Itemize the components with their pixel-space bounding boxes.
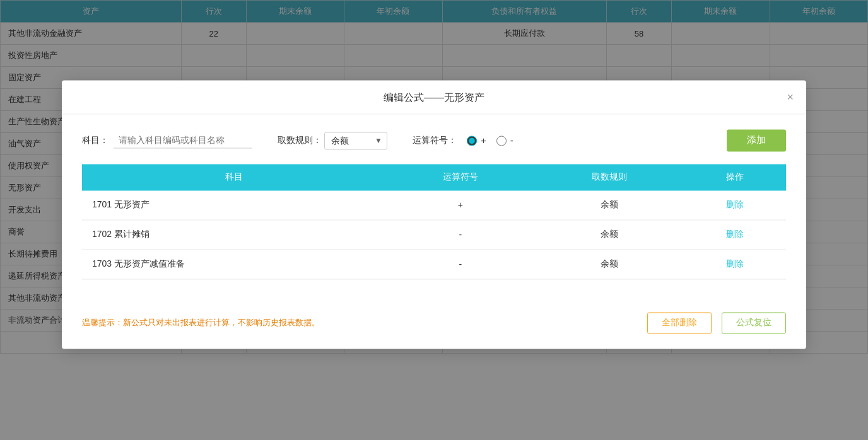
modal-body: 科目： 取数规则： 余额 借方 贷方 借方累计 贷方累计 ▼ 运算符号	[62, 114, 806, 304]
operator-label: 运算符号：	[413, 135, 457, 146]
add-button[interactable]: 添加	[727, 129, 786, 151]
rule-select[interactable]: 余额 借方 贷方 借方累计 贷方累计	[324, 132, 387, 149]
formula-row: 1701 无形资产+余额删除	[82, 190, 786, 220]
col-rule: 取数规则	[535, 164, 684, 190]
edit-formula-modal: 编辑公式——无形资产 × 科目： 取数规则： 余额 借方 贷方 借方累计 贷方累…	[62, 80, 806, 349]
rule-group: 取数规则： 余额 借方 贷方 借方累计 贷方累计 ▼	[278, 132, 387, 149]
formula-table: 科目 运算符号 取数规则 操作 1701 无形资产+余额删除1702 累计摊销-…	[82, 164, 786, 279]
operator-plus-label: +	[481, 135, 486, 146]
rule-select-wrapper: 余额 借方 贷方 借方累计 贷方累计 ▼	[324, 132, 387, 149]
delete-row-button[interactable]: 删除	[726, 258, 744, 269]
modal-close-button[interactable]: ×	[787, 91, 794, 103]
operator-group: 运算符号： + -	[413, 135, 513, 146]
formula-row: 1703 无形资产减值准备-余额删除	[82, 250, 786, 279]
radio-plus-input[interactable]	[467, 136, 477, 146]
radio-minus-input[interactable]	[496, 136, 507, 146]
delete-all-button[interactable]: 全部删除	[647, 312, 712, 333]
delete-row-button[interactable]: 删除	[726, 199, 744, 209]
modal-header: 编辑公式——无形资产 ×	[62, 80, 806, 114]
formula-row: 1702 累计摊销-余额删除	[82, 220, 786, 250]
reset-formula-button[interactable]: 公式复位	[722, 312, 786, 333]
col-action: 操作	[684, 164, 786, 190]
col-operator: 运算符号	[385, 164, 535, 190]
rule-label: 取数规则：	[278, 135, 322, 146]
delete-row-button[interactable]: 删除	[726, 229, 744, 239]
subject-input[interactable]	[114, 132, 252, 148]
footer-actions: 全部删除 公式复位	[647, 312, 786, 333]
radio-plus-item[interactable]: +	[467, 135, 486, 146]
modal-footer: 温馨提示：新公式只对未出报表进行计算，不影响历史报表数据。 全部删除 公式复位	[62, 304, 806, 349]
modal-title: 编辑公式——无形资产	[384, 91, 484, 105]
formula-form-row: 科目： 取数规则： 余额 借方 贷方 借方累计 贷方累计 ▼ 运算符号	[82, 129, 786, 151]
hint-text: 温馨提示：新公式只对未出报表进行计算，不影响历史报表数据。	[82, 317, 647, 328]
col-subject: 科目	[82, 164, 385, 190]
radio-minus-item[interactable]: -	[496, 135, 513, 146]
operator-minus-label: -	[510, 135, 513, 146]
subject-group: 科目：	[82, 132, 252, 148]
table-header-row: 科目 运算符号 取数规则 操作	[82, 164, 786, 190]
subject-label: 科目：	[82, 135, 108, 146]
